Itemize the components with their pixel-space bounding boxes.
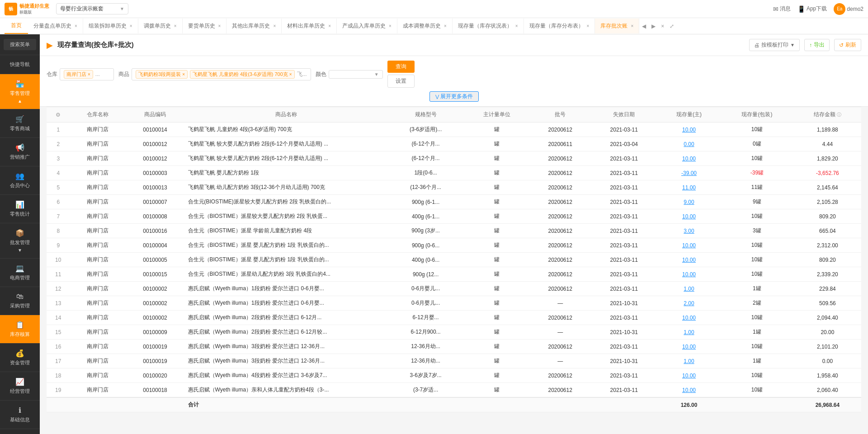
sidebar-item-operations[interactable]: 📈 经营管理 <box>0 372 40 401</box>
tab-prev-btn[interactable]: ◀ <box>639 21 649 31</box>
message-btn[interactable]: ✉ 消息 <box>773 5 791 13</box>
product-filter: 商品 飞鹤奶粉3段两提装 × 飞鹤星飞帆 儿童奶粉 4段(3-6岁适用) 700… <box>118 68 311 80</box>
query-btn[interactable]: 查询 <box>387 61 415 73</box>
tab-close-11[interactable]: × <box>631 24 633 28</box>
cell-stock-main[interactable]: 10.00 <box>658 383 720 398</box>
cell-stock-main[interactable]: 10.00 <box>658 368 720 383</box>
settings-btn[interactable]: 设置 <box>387 75 415 88</box>
cell-spec: 0-6月婴儿... <box>387 282 464 296</box>
sidebar-label-retail-stats: 零售统计 <box>10 211 30 217</box>
tab-qita[interactable]: 其他出库单历史 × <box>226 19 282 33</box>
tab-close-3[interactable]: × <box>174 24 177 28</box>
refresh-btn[interactable]: ↺ 刷新 <box>834 39 861 51</box>
cell-index: 6 <box>47 195 70 209</box>
sidebar-item-system[interactable]: ⚙ 系统管理 <box>0 429 40 434</box>
sidebar-item-inventory[interactable]: 📋 库存核算 <box>0 315 40 344</box>
tab-close-9[interactable]: × <box>515 24 518 28</box>
quick-nav-btn[interactable]: 快捷导航 <box>4 59 36 70</box>
tab-close-8[interactable]: × <box>444 24 447 28</box>
template-print-btn[interactable]: 🖨 按模板打印 ▼ <box>749 39 800 51</box>
cell-name: 惠氏启赋（Wyeth illuma）4段奶粉 爱尔兰进口 3-6岁及7... <box>185 368 387 383</box>
cell-stock-main[interactable]: 1.00 <box>658 354 720 368</box>
company-dropdown[interactable]: 母婴行业演示账套 ▼ <box>56 3 128 14</box>
sidebar-item-finance[interactable]: 💰 资金管理 <box>0 344 40 372</box>
tab-home[interactable]: 首页 <box>5 18 28 34</box>
product-tag-box[interactable]: 飞鹤奶粉3段两提装 × 飞鹤星飞帆 儿童奶粉 4段(3-6岁适用) 700克 ×… <box>132 68 311 80</box>
cell-stock-main[interactable]: 1.00 <box>658 325 720 340</box>
cell-unit: 罐 <box>464 253 530 267</box>
cell-unit: 罐 <box>464 151 530 166</box>
cell-name: 飞鹤星飞帆 儿童奶粉 4段(3-6岁适用) 700克 <box>185 123 387 137</box>
tab-close-2[interactable]: × <box>130 24 132 28</box>
cell-spec: 12-36月幼... <box>387 340 464 354</box>
tab-chengben[interactable]: 成本调整单历史 × <box>397 19 453 33</box>
cell-stock-main[interactable]: 10.00 <box>658 311 720 325</box>
warehouse-tag-box[interactable]: 南岸门店 × ... <box>60 68 114 80</box>
export-btn[interactable]: ↑ 导出 <box>804 39 830 51</box>
product-tag-close-1[interactable]: × <box>182 72 185 77</box>
amount-info-icon[interactable]: ⓘ <box>837 112 841 117</box>
tab-close-6[interactable]: × <box>328 24 331 28</box>
cell-unit: 罐 <box>464 224 530 238</box>
tab-zuhe[interactable]: 组装拆卸单历史 × <box>83 19 138 33</box>
color-select[interactable]: ▼ <box>329 70 383 79</box>
table-row: 19 南岸门店 00100018 惠氏启赋（Wyeth illuma）亲和人体儿… <box>47 383 861 398</box>
cell-stock-main[interactable]: -39.00 <box>658 166 720 180</box>
cell-stock-main[interactable]: 10.00 <box>658 253 720 267</box>
cell-index: 16 <box>47 340 70 354</box>
tab-close-10[interactable]: × <box>587 24 590 28</box>
cell-stock-main[interactable]: 3.00 <box>658 224 720 238</box>
cell-stock-main[interactable]: 10.00 <box>658 209 720 224</box>
tab-cailiao[interactable]: 材料出库单历史 × <box>282 19 337 33</box>
expand-sidebar-btn[interactable]: ▶ <box>47 40 53 50</box>
sidebar-item-retail-stats[interactable]: 📊 零售统计 <box>0 195 40 223</box>
tab-diaob[interactable]: 调拨单历史 × <box>138 19 183 33</box>
sidebar-item-basic-info[interactable]: ℹ 基础信息 <box>0 401 40 429</box>
sidebar-item-members[interactable]: 👥 会员中心 <box>0 166 40 195</box>
tab-xiancun2[interactable]: 现存量（库存分布表） × <box>524 19 595 33</box>
cell-amount: 2,060.40 <box>794 383 861 398</box>
tab-fullscreen[interactable]: ⤢ <box>667 21 677 31</box>
cell-stock-main[interactable]: 10.00 <box>658 151 720 166</box>
tab-pici[interactable]: 库存批次账 × <box>595 19 639 33</box>
cell-stock-main[interactable]: 1.00 <box>658 282 720 296</box>
sidebar-item-retail-mall[interactable]: 🛒 零售商城 <box>0 109 40 138</box>
expand-more-btn[interactable]: ⋁ 展开更多条件 <box>429 91 479 102</box>
tab-xiancun1[interactable]: 现存量（库存状况表） × <box>453 19 524 33</box>
user-menu[interactable]: Ea demo2 <box>834 3 863 15</box>
tab-close-7[interactable]: × <box>389 24 392 28</box>
settings-col-icon[interactable]: ⚙ <box>56 112 61 118</box>
cell-stock-main[interactable]: 9.00 <box>658 195 720 209</box>
tab-next-btn[interactable]: ▶ <box>649 21 658 31</box>
cell-stock-main[interactable]: 10.00 <box>658 238 720 253</box>
sidebar-item-retail-mgmt[interactable]: 🏪 零售管理 ▲ <box>0 74 40 109</box>
tab-close-1[interactable]: × <box>75 24 77 28</box>
sidebar-item-wholesale[interactable]: 📦 批发管理 ▼ <box>0 223 40 259</box>
sidebar-item-ecommerce[interactable]: 💻 电商管理 <box>0 259 40 287</box>
cell-stock-main[interactable]: 0.00 <box>658 137 720 151</box>
warehouse-tag-close[interactable]: × <box>88 72 90 77</box>
cell-code: 00100013 <box>125 180 185 195</box>
cell-stock-main[interactable]: 2.00 <box>658 296 720 311</box>
cell-stock-main[interactable]: 10.00 <box>658 340 720 354</box>
cell-stock-main[interactable]: 10.00 <box>658 267 720 282</box>
cell-stock-main[interactable]: 10.00 <box>658 123 720 137</box>
cell-expire: 2021-03-11 <box>590 267 658 282</box>
sidebar-item-purchase[interactable]: 🛍 采购管理 <box>0 287 40 315</box>
tab-close-5[interactable]: × <box>273 24 276 28</box>
product-tag-close-2[interactable]: × <box>289 72 292 77</box>
app-download-btn[interactable]: 📱 App下载 <box>797 5 827 13</box>
cell-stock-main[interactable]: 11.00 <box>658 180 720 195</box>
sidebar-item-marketing[interactable]: 📢 营销推广 <box>0 138 40 166</box>
tab-close-4[interactable]: × <box>218 24 221 28</box>
tab-close-all[interactable]: × <box>658 21 667 31</box>
tab-yaohuo[interactable]: 要货单历史 × <box>183 19 227 33</box>
main-layout: 搜索英单 快捷导航 🏪 零售管理 ▲ 🛒 零售商城 📢 营销推广 👥 会员中心 … <box>0 34 868 434</box>
tab-chengpin[interactable]: 产成品入库单历史 × <box>337 19 397 33</box>
cell-batch: 20200612 <box>530 383 590 398</box>
logo-title: 畅捷通好生意 <box>19 3 49 9</box>
color-label: 颜色 <box>316 71 326 78</box>
tab-fen-liang[interactable]: 分量盘点单历史 × <box>28 19 83 33</box>
cell-stock-pkg: 3罐 <box>720 224 794 238</box>
search-single-btn[interactable]: 搜索英单 <box>4 39 36 50</box>
